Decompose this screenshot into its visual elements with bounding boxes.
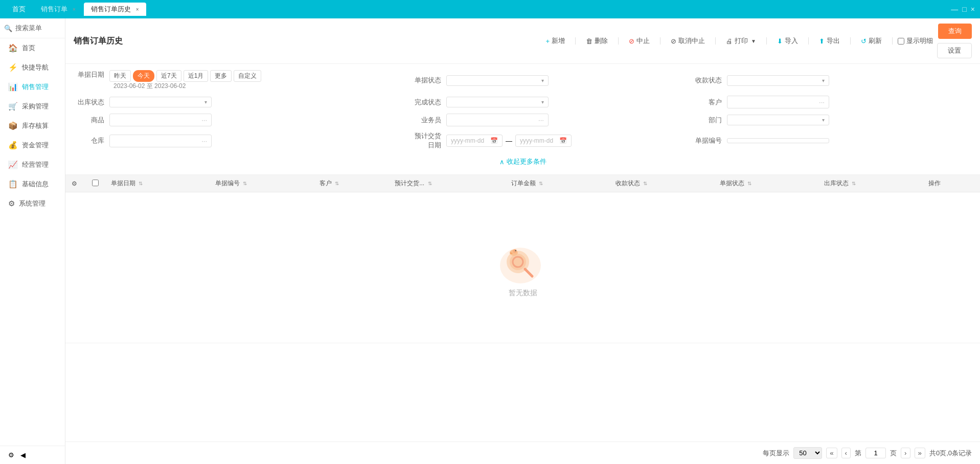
window-minimize-icon[interactable]: — [951,5,958,13]
query-button[interactable]: 查询 [938,24,972,39]
product-input[interactable]: ··· [109,114,212,126]
window-close-icon[interactable]: × [971,5,975,13]
sidebar-collapse-icon[interactable]: ◀ [20,451,26,459]
col-number: 单据编号 ⇅ [209,175,313,192]
col-order-status-sort-icon[interactable]: ⇅ [747,181,751,186]
col-payment-status-sort-icon[interactable]: ⇅ [643,181,647,186]
sidebar-item-home[interactable]: 🏠 首页 [0,38,65,58]
sidebar-item-quick-nav[interactable]: ⚡ 快捷导航 [0,58,65,77]
date-custom-btn[interactable]: 自定义 [234,70,261,82]
sidebar-item-finance[interactable]: 💰 资金管理 [0,136,65,155]
settings-button[interactable]: 设置 [937,43,972,58]
sidebar-item-inventory[interactable]: 📦 库存核算 [0,116,65,136]
sidebar-item-operations[interactable]: 📈 经营管理 [0,155,65,174]
display-toggle-checkbox[interactable] [898,38,904,45]
tab-sales-order-history[interactable]: 销售订单历史 × [84,3,146,16]
sidebar-item-sales[interactable]: 📊 销售管理 [0,77,65,97]
col-customer: 客户 ⇅ [313,175,389,192]
date-7days-btn[interactable]: 近7天 [156,70,181,82]
filter-row-4: 仓库 ··· 预计交货日期 yyyy-mm-dd 📅 — [74,131,972,150]
col-operation-label: 操作 [928,180,941,187]
payment-status-select[interactable]: ▾ [727,75,829,86]
sidebar-item-system[interactable]: ⚙ 系统管理 [0,194,65,213]
sales-icon: 📊 [8,82,18,92]
table-settings-icon[interactable]: ⚙ [72,180,77,187]
complete-status-select[interactable]: ▾ [446,97,549,107]
stop-button[interactable]: ⊘ 中止 [624,34,655,48]
print-button[interactable]: 🖨 打印 ▼ [721,34,761,48]
import-button[interactable]: ⬇ 导入 [772,34,803,48]
salesperson-filter-col: 业务员 ··· [411,114,691,126]
import-label: 导入 [785,36,798,46]
salesperson-ellipsis-icon[interactable]: ··· [538,116,544,124]
col-customer-sort-icon[interactable]: ⇅ [335,181,339,186]
close-sales-order-history-tab-icon[interactable]: × [136,7,139,12]
col-operation: 操作 [922,175,980,192]
system-icon: ⚙ [8,199,15,208]
customer-input[interactable]: ··· [727,96,829,108]
delete-button[interactable]: 🗑 删除 [581,34,613,48]
divider-1 [575,37,576,45]
col-delivery-status-label: 出库状态 [824,180,849,187]
tab-sales-order[interactable]: 销售订单 × [34,3,83,16]
operations-icon: 📈 [8,160,18,169]
tab-home[interactable]: 首页 [5,3,33,16]
sidebar-item-base-info[interactable]: 📋 基础信息 [0,174,65,194]
col-delivery-status-sort-icon[interactable]: ⇅ [852,181,856,186]
cancel-stop-label: 取消中止 [678,36,705,46]
export-button[interactable]: ⬆ 导出 [814,34,845,48]
refresh-button[interactable]: ↺ 刷新 [856,34,887,48]
col-number-sort-icon[interactable]: ⇅ [243,181,247,186]
customer-ellipsis-icon[interactable]: ··· [819,98,825,106]
export-label: 导出 [827,36,840,46]
product-ellipsis-icon[interactable]: ··· [201,116,207,124]
pagination: 每页显示 20 50 100 200 « ‹ 第 页 › » 共0页,0条记录 [65,441,980,464]
payment-status-chevron-icon: ▾ [822,78,825,83]
warehouse-ellipsis-icon[interactable]: ··· [201,137,207,145]
sidebar-search[interactable]: 🔍 搜索菜单 [0,18,65,38]
col-amount-sort-icon[interactable]: ⇅ [539,181,543,186]
print-dropdown-icon: ▼ [751,38,756,44]
date-yesterday-btn[interactable]: 昨天 [109,70,131,82]
divider-2 [618,37,619,45]
department-select[interactable]: ▾ [727,115,829,125]
delivery-date-start[interactable]: yyyy-mm-dd 📅 [446,135,503,147]
col-date-label: 单据日期 [111,180,135,187]
col-delivery-date-sort-icon[interactable]: ⇅ [428,181,432,186]
col-check[interactable] [86,175,105,192]
order-number-input[interactable] [727,138,829,143]
last-page-button[interactable]: » [915,448,925,458]
col-delivery-date: 预计交货... ⇅ [389,175,505,192]
new-button[interactable]: + 新增 [541,34,571,48]
page-number-input[interactable] [865,448,886,458]
department-filter-col: 部门 ▾ [691,115,972,125]
page-size-select[interactable]: 20 50 100 200 [793,447,822,459]
date-filter-control: 昨天 今天 近7天 近1月 更多 自定义 2023-06-02 至 2023-0… [109,70,261,91]
collapse-filter-btn[interactable]: ∧ 收起更多条件 [74,155,972,168]
prev-page-button[interactable]: ‹ [841,448,851,458]
salesperson-input[interactable]: ··· [446,114,549,126]
date-more-btn[interactable]: 更多 [210,70,232,82]
empty-state: 暂无数据 [72,196,974,339]
first-page-button[interactable]: « [826,448,837,458]
date-1month-btn[interactable]: 近1月 [184,70,209,82]
table-body: 暂无数据 [65,192,980,343]
col-settings[interactable]: ⚙ [65,175,86,192]
window-maximize-icon[interactable]: □ [962,5,966,13]
col-date-sort-icon[interactable]: ⇅ [139,181,143,186]
warehouse-input[interactable]: ··· [109,135,212,147]
date-range-separator: — [506,137,512,145]
sidebar-item-purchase[interactable]: 🛒 采购管理 [0,97,65,116]
display-toggle[interactable]: 显示明细 [898,36,933,46]
select-all-checkbox[interactable] [92,180,99,186]
next-page-button[interactable]: › [901,448,910,458]
delivery-date-end[interactable]: yyyy-mm-dd 📅 [515,135,572,147]
delivery-status-select[interactable]: ▾ [109,97,212,107]
sidebar-settings-icon[interactable]: ⚙ [8,451,14,459]
col-amount: 订单金额 ⇅ [505,175,609,192]
date-today-btn[interactable]: 今天 [133,70,154,82]
cancel-stop-button[interactable]: ⊘ 取消中止 [666,34,710,48]
order-status-filter-col: 单据状态 ▾ [411,75,691,86]
close-sales-order-tab-icon[interactable]: × [73,7,76,12]
order-status-select[interactable]: ▾ [446,75,549,86]
